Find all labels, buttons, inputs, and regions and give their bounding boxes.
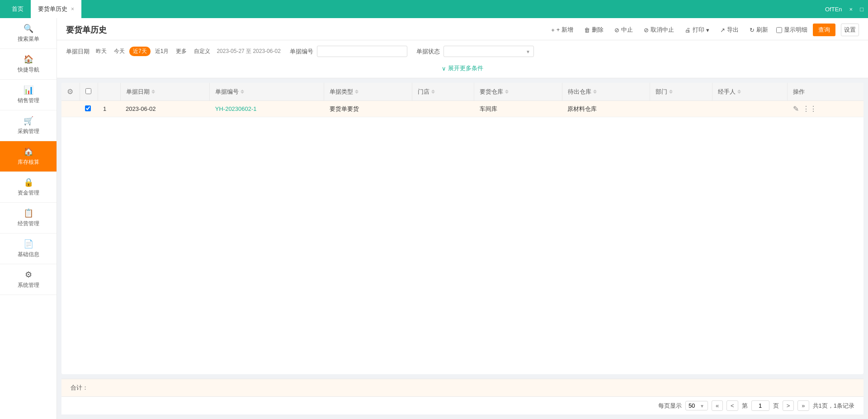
page-input[interactable] (751, 400, 769, 411)
row-pending-warehouse-cell: 原材料仓库 (562, 101, 650, 117)
tab-close-icon[interactable]: × (71, 6, 74, 12)
date-more[interactable]: 更多 (173, 47, 189, 56)
sidebar-item-sales-mgmt[interactable]: 📊 销售管理 (0, 80, 57, 110)
settings-button[interactable]: 设置 (841, 24, 859, 36)
sort-up-icon (593, 90, 597, 91)
doc-number-input[interactable] (317, 46, 407, 57)
col-checkbox (80, 83, 98, 101)
new-icon: + (551, 27, 555, 33)
sort-up-icon (151, 90, 155, 91)
sort-down-icon (151, 92, 155, 94)
settings-label: 设置 (844, 26, 856, 34)
stop-button[interactable]: ⊘ 中止 (612, 24, 636, 36)
main-layout: 🔍 搜索菜单 🏠 快捷导航 📊 销售管理 🛒 采购管理 🏠 库存核算 🔒 资金管… (0, 18, 868, 419)
col-date: 单据日期 (120, 83, 210, 101)
col-department-sort-icon[interactable] (669, 90, 673, 94)
sort-down-icon (355, 92, 359, 94)
row-doctype-cell: 要货单要货 (324, 101, 412, 117)
row-checkbox[interactable] (85, 105, 91, 111)
page-next-button[interactable]: > (783, 400, 794, 411)
print-button[interactable]: 🖨 打印 ▾ (682, 24, 712, 36)
col-docno-sort-icon[interactable] (241, 90, 244, 94)
sidebar-item-basic-info[interactable]: 📄 基础信息 (0, 233, 57, 264)
status-select[interactable] (443, 46, 534, 57)
top-bar-right: OfTEn × □ (825, 6, 863, 13)
expand-icon: ∨ (442, 65, 446, 72)
col-action-label: 操作 (793, 88, 805, 95)
table-settings-icon[interactable]: ⚙ (67, 88, 73, 95)
system-mgmt-icon: ⚙ (25, 270, 32, 280)
export-button[interactable]: ↗ 导出 (717, 24, 741, 36)
page-first-button[interactable]: « (712, 400, 723, 411)
expand-more-button[interactable]: ∨ 展开更多条件 (442, 64, 483, 72)
sort-down-icon (737, 92, 741, 94)
footer-total: 合计： (61, 379, 863, 396)
status-label: 单据状态 (416, 48, 440, 56)
date-shortcuts: 昨天 今天 近7天 近1月 更多 自定义 (93, 47, 213, 56)
top-bar-tabs: 首页 要货单历史 × (5, 0, 825, 18)
col-handler-label: 经手人 (718, 88, 736, 96)
stop-label: 中止 (621, 26, 633, 34)
tab-home[interactable]: 首页 (5, 0, 31, 18)
data-table: ⚙ 单据日期 (61, 83, 863, 117)
sidebar-item-system-mgmt[interactable]: ⚙ 系统管理 (0, 264, 57, 295)
status-filter-group: 单据状态 (416, 46, 534, 57)
sidebar-item-quick-nav[interactable]: 🏠 快捷导航 (0, 49, 57, 80)
cancel-stop-icon: ⊘ (644, 27, 649, 33)
col-store-sort-icon[interactable] (431, 90, 435, 94)
col-docno-label: 单据编号 (215, 88, 239, 96)
date-custom[interactable]: 自定义 (191, 47, 213, 56)
page-prev-button[interactable]: < (726, 400, 738, 411)
sidebar-item-inventory[interactable]: 🏠 库存核算 (0, 141, 57, 172)
row-delete-icon[interactable]: ⋮⋮ (802, 105, 817, 113)
col-handler-sort-icon[interactable] (737, 90, 741, 94)
refresh-button[interactable]: ↻ 刷新 (747, 24, 771, 36)
query-button[interactable]: 查询 (813, 24, 835, 36)
purchase-mgmt-icon: 🛒 (24, 116, 33, 126)
row-docno-link[interactable]: YH-20230602-1 (215, 105, 257, 112)
col-req-warehouse-sort-icon[interactable] (505, 90, 509, 94)
per-page-select[interactable]: 50 100 200 (685, 401, 708, 410)
row-settings-cell (61, 101, 80, 117)
toolbar: + + 新增 🗑 删除 ⊘ 中止 ⊘ 取消中止 🖨 打印 (548, 24, 859, 36)
cancel-stop-button[interactable]: ⊘ 取消中止 (641, 24, 677, 36)
sort-up-icon (505, 90, 509, 91)
sort-up-icon (737, 90, 741, 91)
display-detail-button[interactable]: 显示明细 (776, 26, 807, 34)
sidebar-item-operations-mgmt[interactable]: 📋 经营管理 (0, 203, 57, 233)
col-department-label: 部门 (656, 88, 667, 96)
sidebar-item-purchase-mgmt[interactable]: 🛒 采购管理 (0, 110, 57, 141)
new-button[interactable]: + + 新增 (548, 24, 576, 36)
date-today[interactable]: 今天 (111, 47, 127, 56)
row-checkbox-cell (80, 101, 98, 117)
sidebar-item-finance-mgmt-label: 资金管理 (18, 189, 39, 197)
sort-down-icon (505, 92, 509, 94)
col-doctype-sort-icon[interactable] (355, 90, 359, 94)
page-title: 要货单历史 (66, 24, 107, 35)
col-pending-warehouse-sort-icon[interactable] (593, 90, 597, 94)
col-doctype-label: 单据类型 (330, 88, 353, 96)
print-icon: 🖨 (685, 27, 691, 33)
col-store: 门店 (412, 83, 474, 101)
display-detail-checkbox[interactable] (776, 27, 782, 33)
row-edit-icon[interactable]: ✎ (793, 105, 799, 113)
col-date-label: 单据日期 (126, 88, 150, 96)
close-window-icon[interactable]: × (849, 6, 853, 13)
col-req-warehouse: 要货仓库 (474, 83, 562, 101)
sidebar-item-search-menu[interactable]: 🔍 搜索菜单 (0, 18, 57, 49)
tab-requisition-history[interactable]: 要货单历史 × (31, 0, 81, 18)
sidebar-item-finance-mgmt[interactable]: 🔒 资金管理 (0, 172, 57, 203)
row-date-cell: 2023-06-02 (120, 101, 210, 117)
delete-button[interactable]: 🗑 删除 (581, 24, 606, 36)
page-last-button[interactable]: » (797, 400, 809, 411)
sidebar-item-search-menu-label: 搜索菜单 (18, 35, 39, 43)
select-all-checkbox[interactable] (85, 88, 91, 94)
row-date: 2023-06-02 (126, 105, 156, 112)
query-label: 查询 (818, 26, 830, 34)
date-last1month[interactable]: 近1月 (152, 47, 172, 56)
col-date-sort-icon[interactable] (151, 90, 155, 94)
minimize-window-icon[interactable]: □ (860, 6, 863, 13)
date-yesterday[interactable]: 昨天 (93, 47, 109, 56)
date-last7days[interactable]: 近7天 (129, 47, 151, 56)
table-body: 1 2023-06-02 YH-20230602-1 要货单要货 (61, 101, 863, 117)
